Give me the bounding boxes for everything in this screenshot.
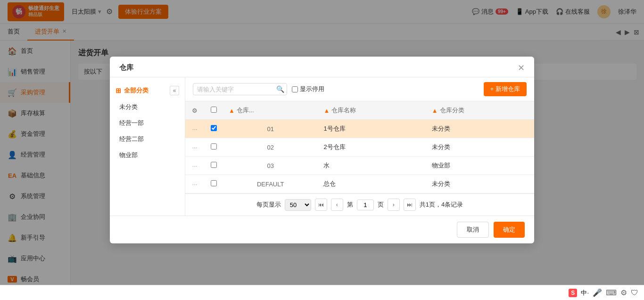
next-page-button[interactable]: › (388, 199, 400, 211)
select-all-checkbox[interactable] (211, 107, 217, 113)
total-label: 共1页，4条记录 (420, 200, 463, 209)
s-logo[interactable]: S (569, 289, 577, 297)
th-code-label: 仓库... (237, 106, 254, 115)
cancel-button[interactable]: 取消 (457, 222, 489, 238)
last-page-button[interactable]: ⏭ (404, 199, 416, 211)
row-name-cell: 2号仓库 (318, 138, 426, 157)
row-category-cell: 未分类 (426, 175, 534, 193)
category-label: 物业部 (119, 151, 138, 158)
row-code-cell: 03 (223, 157, 318, 175)
row-category-cell: 未分类 (426, 120, 534, 138)
table-row[interactable]: ··· 02 2号仓库 未分类 (185, 138, 534, 157)
category-item-ops1[interactable]: 经营一部 (110, 115, 185, 131)
search-icon: 🔍 (276, 85, 284, 93)
row-actions-cell: ··· (185, 157, 204, 175)
settings-icon[interactable]: ⚙ (620, 288, 627, 297)
category-label: 经营二部 (119, 135, 144, 142)
th-category: ▲ 仓库分类 (426, 101, 534, 120)
th-category-label: 仓库分类 (440, 106, 464, 115)
modal-close-icon[interactable]: ✕ (518, 64, 525, 72)
row-checkbox-cell (204, 138, 223, 157)
row-code-cell: DEFAULT (223, 175, 318, 193)
category-item-ops2[interactable]: 经营二部 (110, 131, 185, 147)
row-actions-cell: ··· (185, 138, 204, 157)
modal-right-panel: 🔍 显示停用 + 新增仓库 ⚙ (185, 77, 534, 216)
table-row[interactable]: ··· DEFAULT 总仓 未分类 (185, 175, 534, 193)
sort-icon: ▲ (229, 107, 235, 114)
table-row[interactable]: ··· 01 1号仓库 未分类 (185, 120, 534, 138)
all-category-label: 全部分类 (124, 86, 149, 95)
search-input[interactable] (197, 86, 276, 93)
row-category-cell: 未分类 (426, 138, 534, 157)
warehouse-table-wrap: ⚙ ▲ 仓库... (185, 101, 534, 193)
row-category-cell: 物业部 (426, 157, 534, 175)
row-actions-cell: ··· (185, 120, 204, 138)
category-item-property[interactable]: 物业部 (110, 147, 185, 163)
keyboard-icon[interactable]: ⌨ (606, 288, 617, 297)
row-checkbox[interactable] (211, 143, 217, 150)
th-code: ▲ 仓库... (223, 101, 318, 120)
warehouse-modal: 仓库 ✕ ⊞ 全部分类 « 未分类 经营一部 经营二部 (110, 57, 534, 243)
show-disabled-checkbox[interactable] (292, 86, 298, 92)
all-category-header[interactable]: ⊞ 全部分类 « (110, 82, 185, 99)
warehouse-tbody: ··· 01 1号仓库 未分类 ··· 02 2号仓库 未分类 ··· 03 水… (185, 120, 534, 193)
row-checkbox-cell (204, 157, 223, 175)
row-code-cell: 01 (223, 120, 318, 138)
row-actions-cell: ··· (185, 175, 204, 193)
show-disabled-label: 显示停用 (300, 85, 324, 93)
modal-header: 仓库 ✕ (110, 57, 534, 77)
confirm-button[interactable]: 确定 (494, 222, 525, 238)
table-row[interactable]: ··· 03 水 物业部 (185, 157, 534, 175)
th-name-label: 仓库名称 (331, 106, 356, 115)
row-checkbox[interactable] (211, 180, 217, 186)
th-actions: ⚙ (185, 101, 204, 120)
row-code-cell: 02 (223, 138, 318, 157)
modal-toolbar: 🔍 显示停用 + 新增仓库 (185, 77, 534, 101)
first-page-button[interactable]: ⏮ (315, 199, 327, 211)
row-checkbox[interactable] (211, 125, 217, 131)
page-suffix: 页 (378, 200, 384, 209)
row-checkbox[interactable] (211, 162, 217, 168)
pagination: 每页显示 50 20 100 ⏮ ‹ 第 页 › ⏭ 共1页，4条记录 (185, 193, 534, 216)
row-checkbox-cell (204, 120, 223, 138)
row-name-cell: 总仓 (318, 175, 426, 193)
modal-action-footer: 取消 确定 (110, 216, 534, 243)
category-label: 经营一部 (119, 119, 144, 126)
th-checkbox (204, 101, 223, 120)
prev-page-button[interactable]: ‹ (331, 199, 343, 211)
ime-label: 中· (581, 289, 589, 297)
modal-body: ⊞ 全部分类 « 未分类 经营一部 经营二部 物业部 (110, 77, 534, 216)
row-name-cell: 水 (318, 157, 426, 175)
modal-category-panel: ⊞ 全部分类 « 未分类 经营一部 经营二部 物业部 (110, 77, 185, 216)
grid-icon: ⊞ (116, 87, 121, 94)
modal-title: 仓库 (119, 63, 133, 72)
page-input[interactable] (357, 200, 374, 210)
row-checkbox-cell (204, 175, 223, 193)
shield-icon[interactable]: 🛡 (631, 289, 638, 297)
per-page-select[interactable]: 50 20 100 (285, 199, 311, 211)
table-header-row: ⚙ ▲ 仓库... (185, 101, 534, 120)
collapse-button[interactable]: « (170, 86, 179, 95)
modal-overlay: 仓库 ✕ ⊞ 全部分类 « 未分类 经营一部 经营二部 (0, 0, 644, 300)
sort-icon: ▲ (432, 107, 438, 114)
category-label: 未分类 (119, 103, 138, 110)
search-box[interactable]: 🔍 (193, 83, 287, 95)
category-item-unclassified[interactable]: 未分类 (110, 99, 185, 115)
page-label: 第 (347, 200, 353, 209)
sort-icon: ▲ (323, 107, 330, 114)
show-disabled-control: 显示停用 (292, 85, 324, 93)
add-warehouse-button[interactable]: + 新增仓库 (484, 82, 527, 96)
mic-icon[interactable]: 🎤 (593, 288, 602, 297)
per-page-label: 每页显示 (256, 200, 281, 209)
gear-icon: ⚙ (192, 107, 198, 114)
row-name-cell: 1号仓库 (318, 120, 426, 138)
bottombar: S 中· 🎤 ⌨ ⚙ 🛡 (0, 285, 644, 300)
warehouse-table: ⚙ ▲ 仓库... (185, 101, 534, 193)
th-name: ▲ 仓库名称 (318, 101, 426, 120)
